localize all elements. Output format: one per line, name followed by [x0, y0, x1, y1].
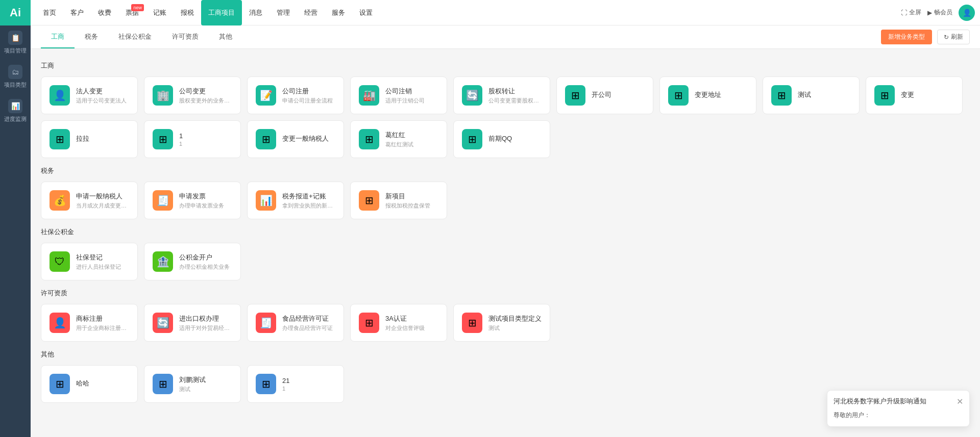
card-title-change: 变更 [901, 90, 954, 99]
nav-client[interactable]: 客户 [63, 0, 91, 25]
card-test[interactable]: ⊞ 测试 [763, 76, 860, 114]
nav-operation[interactable]: 经营 [297, 0, 325, 25]
nav-billing[interactable]: 收费 [91, 0, 118, 25]
card-company-reg[interactable]: 📝 公司注册 申请公司注册全流程 [247, 76, 344, 114]
tab-industry[interactable]: 工商 [41, 25, 75, 48]
card-test-type-def[interactable]: ⊞ 测试项目类型定义 测试 [453, 304, 550, 342]
card-icon-liupeng-test: ⊞ [153, 374, 173, 394]
card-icon-new-project: ⊞ [359, 190, 379, 211]
card-icon-test: ⊞ [771, 85, 792, 106]
card-desc-food-license: 办理食品经营许可证 [282, 324, 335, 332]
card-title-equity-transfer: 股权转让 [488, 87, 542, 96]
app-logo: Ai [0, 0, 31, 25]
card-change-address[interactable]: ⊞ 变更地址 [659, 76, 756, 114]
notification-body-text: 尊敬的用户： [834, 410, 963, 420]
notification-header: 河北税务数字账户升级影响通知 ✕ [834, 397, 963, 406]
card-icon-apply-taxpayer: 💰 [50, 190, 70, 211]
card-import-export[interactable]: 🔄 进出口权办理 适用于对外贸易经营者 [144, 304, 241, 342]
card-desc-company-cancel: 适用于注销公司 [385, 97, 438, 105]
section-title-industry: 工商 [41, 61, 970, 70]
card-fund-account[interactable]: 🏦 公积金开户 办理公积金相关业务 [144, 243, 241, 280]
sidebar-item-project-mgmt[interactable]: 📋 项目管理 [0, 25, 31, 60]
card-title-apply-taxpayer: 申请一般纳税人 [76, 192, 129, 201]
card-3a-cert[interactable]: ⊞ 3A认证 对企业信誉评级 [350, 304, 447, 342]
card-desc-company-change: 股权变更外的业务变更 [179, 97, 232, 105]
vip-btn[interactable]: ▶ 畅会员 [927, 8, 952, 17]
tabs-toolbar: 工商 税务 社保公积金 许可资质 其他 [31, 25, 980, 49]
card-desc-social-reg: 进行人员社保登记 [76, 263, 129, 271]
section-social: 社保公积金 🛡 社保登记 进行人员社保登记 🏦 公 [41, 227, 970, 280]
card-company-change[interactable]: 🏢 公司变更 股权变更外的业务变更 [144, 76, 241, 114]
notification-close-button[interactable]: ✕ [957, 397, 963, 406]
nav-right: ⛶ 全屏 ▶ 畅会员 👤 [901, 5, 975, 21]
tab-social[interactable]: 社保公积金 [108, 25, 162, 48]
sidebar-item-progress-monitor[interactable]: 📊 进度监测 [0, 94, 31, 128]
refresh-button[interactable]: ↻ 刷新 [937, 30, 970, 44]
card-food-license[interactable]: 🧾 食品经营许可证 办理食品经营许可证 [247, 304, 344, 342]
card-legal-change[interactable]: 👤 法人变更 适用于公司变更法人 [41, 76, 138, 114]
card-equity-transfer[interactable]: 🔄 股权转让 公司变更需要股权转让 [453, 76, 550, 114]
card-change[interactable]: ⊞ 变更 [866, 76, 963, 114]
card-title-tax-report-account: 税务报道+记账 [282, 192, 335, 201]
card-title-one: 1 [179, 132, 232, 140]
card-title-test: 测试 [798, 90, 851, 99]
vip-icon: ▶ [927, 9, 932, 16]
tab-other[interactable]: 其他 [209, 25, 242, 48]
nav-tax[interactable]: 报税 [174, 0, 201, 25]
nav-ticket[interactable]: 票据 new [118, 0, 146, 25]
nav-service[interactable]: 服务 [325, 0, 352, 25]
tab-tax[interactable]: 税务 [75, 25, 108, 48]
card-icon-haha: ⊞ [50, 374, 70, 394]
nav-management[interactable]: 管理 [270, 0, 297, 25]
nav-message[interactable]: 消息 [242, 0, 270, 25]
nav-home[interactable]: 首页 [36, 0, 63, 25]
card-liupeng-test[interactable]: ⊞ 刘鹏测试 测试 [144, 365, 241, 403]
card-new-project[interactable]: ⊞ 新项目 报税加税控盘保管 [350, 182, 447, 219]
card-title-lala: 拉拉 [76, 134, 129, 143]
card-social-reg[interactable]: 🛡 社保登记 进行人员社保登记 [41, 243, 138, 280]
toolbar-right: 新增业务类型 ↻ 刷新 [881, 30, 970, 44]
card-company-cancel[interactable]: 🏭 公司注销 适用于注销公司 [350, 76, 447, 114]
card-title-import-export: 进出口权办理 [179, 314, 232, 323]
tab-license[interactable]: 许可资质 [162, 25, 209, 48]
card-title-change-address: 变更地址 [695, 90, 748, 99]
main-scroll[interactable]: 工商 👤 法人变更 适用于公司变更法人 🏢 公司变 [31, 49, 980, 437]
card-title-haha: 哈哈 [76, 379, 129, 388]
progress-monitor-icon: 📊 [8, 99, 22, 113]
card-one[interactable]: ⊞ 1 1 [144, 120, 241, 158]
card-apply-taxpayer[interactable]: 💰 申请一般纳税人 当月或次月成变更完成 [41, 182, 138, 219]
new-type-button[interactable]: 新增业务类型 [881, 30, 932, 44]
page-content: 工商 税务 社保公积金 许可资质 其他 [31, 25, 980, 437]
card-title-company-cancel: 公司注销 [385, 87, 438, 96]
card-title-twenty-one: 21 [282, 377, 335, 384]
user-avatar[interactable]: 👤 [959, 5, 975, 21]
card-icon-legal-change: 👤 [50, 85, 70, 106]
card-icon-prev-qq: ⊞ [462, 129, 482, 149]
card-haha[interactable]: ⊞ 哈哈 [41, 365, 138, 403]
nav-items: 首页 客户 收费 票据 new 记账 报税 工商项目 消息 [36, 0, 901, 25]
card-icon-equity-transfer: 🔄 [462, 85, 482, 106]
nav-settings[interactable]: 设置 [352, 0, 380, 25]
card-tax-report-account[interactable]: 📊 税务报道+记账 拿到营业执照的新公司 [247, 182, 344, 219]
card-trademark-reg[interactable]: 👤 商标注册 用于企业商标注册服务 [41, 304, 138, 342]
section-title-other: 其他 [41, 350, 970, 359]
nav-industry[interactable]: 工商项目 [201, 0, 242, 25]
card-lala[interactable]: ⊞ 拉拉 [41, 120, 138, 158]
nav-account[interactable]: 记账 [146, 0, 174, 25]
sidebar-item-project-type[interactable]: 🗂 项目类型 [0, 60, 31, 94]
card-title-liupeng-test: 刘鹏测试 [179, 375, 232, 384]
card-open-company[interactable]: ⊞ 开公司 [556, 76, 653, 114]
card-ge-hong-hong[interactable]: ⊞ 葛红红 葛红红测试 [350, 120, 447, 158]
card-title-company-reg: 公司注册 [282, 87, 335, 96]
card-icon-company-change: 🏢 [153, 85, 173, 106]
card-twenty-one[interactable]: ⊞ 21 1 [247, 365, 344, 403]
fullscreen-btn[interactable]: ⛶ 全屏 [901, 8, 921, 17]
card-icon-change-address: ⊞ [668, 85, 689, 106]
card-icon-open-company: ⊞ [565, 85, 585, 106]
ticket-badge: new [131, 4, 144, 11]
card-prev-qq[interactable]: ⊞ 前期QQ [453, 120, 550, 158]
cards-grid-industry: 👤 法人变更 适用于公司变更法人 🏢 公司变更 股权变更外的业务变更 [41, 76, 970, 158]
project-mgmt-icon: 📋 [8, 31, 22, 45]
card-apply-invoice[interactable]: 🧾 申请发票 办理申请发票业务 [144, 182, 241, 219]
card-change-taxpayer[interactable]: ⊞ 变更一般纳税人 [247, 120, 344, 158]
